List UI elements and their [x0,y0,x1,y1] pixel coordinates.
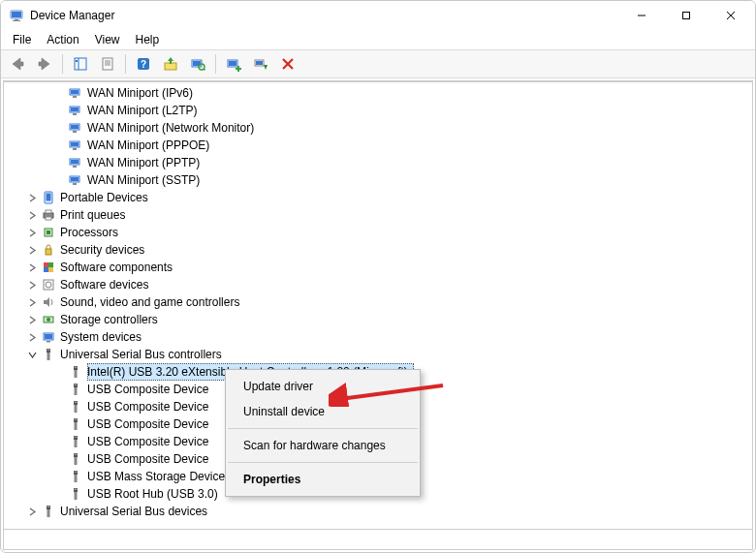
scan-button[interactable] [185,52,210,76]
svg-rect-32 [73,96,77,98]
tree-item-wan-netmon[interactable]: WAN Miniport (Network Monitor) [4,119,752,137]
svg-rect-58 [44,267,48,272]
ctx-scan-hardware[interactable]: Scan for hardware changes [226,433,420,458]
svg-rect-95 [74,471,78,475]
device-manager-window: Device Manager File Action View Help ? [0,0,756,553]
svg-rect-71 [74,366,78,370]
tree-item-software-devices[interactable]: Software devices [4,276,752,293]
tree-item-wan-l2tp[interactable]: WAN Miniport (L2TP) [4,102,752,119]
tree-item-processors[interactable]: Processors [4,224,752,241]
svg-rect-92 [75,454,76,455]
minimize-button[interactable] [619,1,664,30]
update-driver-button[interactable] [158,52,183,76]
svg-rect-87 [74,436,78,440]
tree-item-system-devices[interactable]: System devices [4,328,752,346]
svg-rect-86 [75,422,78,430]
chevron-right-icon[interactable] [25,208,39,222]
ctx-separator [228,428,418,429]
tree-item-portable-devices[interactable]: Portable Devices [4,189,752,206]
tree-item-storage-controllers[interactable]: Storage controllers [4,311,752,328]
maximize-button[interactable] [664,1,709,30]
ctx-update-driver[interactable]: Update driver [226,374,420,399]
svg-rect-8 [75,58,86,70]
disable-button[interactable] [275,52,300,76]
svg-rect-105 [48,507,49,507]
ctx-uninstall-device[interactable]: Uninstall device [226,399,420,424]
svg-rect-34 [71,108,79,111]
storage-icon [41,312,56,327]
svg-rect-31 [71,90,79,94]
svg-rect-54 [47,230,50,234]
app-icon [9,8,24,23]
usb-icon [68,434,83,449]
svg-rect-103 [47,506,50,509]
cpu-icon [41,225,56,240]
svg-rect-98 [75,475,78,482]
forward-button[interactable] [32,52,57,76]
tree-item-sound[interactable]: Sound, video and game controllers [4,293,752,311]
menu-help[interactable]: Help [128,31,168,48]
tree-item-wan-ipv6[interactable]: WAN Miniport (IPv6) [4,84,752,102]
svg-rect-104 [47,507,48,507]
chevron-right-icon[interactable] [25,295,39,309]
tree-item-software-components[interactable]: Software components [4,259,752,276]
svg-rect-51 [46,210,51,213]
svg-rect-69 [48,350,49,351]
chevron-down-icon[interactable] [25,348,39,361]
svg-point-63 [47,318,50,322]
console-tree-button[interactable] [68,52,93,76]
svg-rect-75 [74,384,78,387]
menu-view[interactable]: View [87,31,128,48]
svg-rect-89 [76,437,77,438]
context-menu: Update driver Uninstall device Scan for … [225,369,421,497]
svg-rect-49 [47,194,51,201]
svg-rect-101 [76,489,77,490]
ctx-properties[interactable]: Properties [226,467,420,492]
portable-device-icon [41,190,56,205]
tree-item-wan-sstp[interactable]: WAN Miniport (SSTP) [4,171,752,189]
chevron-right-icon[interactable] [25,313,39,326]
chevron-right-icon[interactable] [25,191,39,204]
svg-rect-80 [75,402,76,403]
svg-rect-65 [45,334,52,339]
tree-item-print-queues[interactable]: Print queues [4,206,752,224]
svg-rect-90 [75,440,78,447]
network-adapter-icon [68,155,83,170]
network-adapter-icon [68,103,83,118]
tree-item-usb-controllers[interactable]: Universal Serial Bus controllers [4,346,752,363]
chevron-right-icon[interactable] [25,243,39,257]
tree-item-wan-pptp[interactable]: WAN Miniport (PPTP) [4,154,752,171]
help-button[interactable]: ? [131,52,156,76]
chevron-right-icon[interactable] [25,278,39,292]
network-adapter-icon [68,85,83,101]
tree-item-wan-pppoe[interactable]: WAN Miniport (PPPOE) [4,137,752,154]
svg-rect-43 [71,160,79,164]
tree-item-usb-devices[interactable]: Universal Serial Bus devices [4,503,752,520]
usb-icon [68,486,83,502]
svg-rect-102 [75,492,78,500]
svg-rect-77 [76,384,77,385]
back-button[interactable] [5,52,30,76]
close-button[interactable] [709,1,753,30]
chevron-right-icon[interactable] [25,330,39,344]
chevron-right-icon[interactable] [25,261,39,274]
title-bar[interactable]: Device Manager [1,1,755,30]
device-tree[interactable]: WAN Miniport (IPv6) WAN Miniport (L2TP) … [3,81,753,530]
uninstall-button[interactable] [248,52,273,76]
svg-rect-11 [103,58,112,70]
menu-file[interactable]: File [5,31,39,48]
svg-rect-38 [73,131,77,133]
svg-rect-37 [71,125,79,129]
client-area: WAN Miniport (IPv6) WAN Miniport (L2TP) … [3,80,753,550]
svg-rect-44 [73,166,77,168]
chevron-right-icon[interactable] [25,226,39,239]
network-adapter-icon [68,172,83,188]
tree-item-security-devices[interactable]: Security devices [4,241,752,259]
chevron-right-icon[interactable] [25,505,39,518]
add-drivers-button[interactable] [221,52,246,76]
svg-rect-23 [229,61,236,66]
svg-rect-17 [165,63,176,70]
menu-action[interactable]: Action [39,31,86,48]
usb-icon [68,364,83,380]
properties-button[interactable] [95,52,120,76]
